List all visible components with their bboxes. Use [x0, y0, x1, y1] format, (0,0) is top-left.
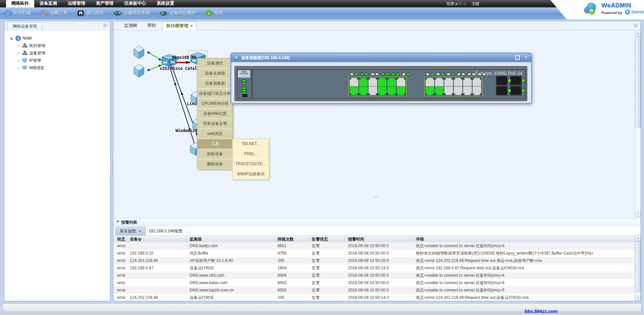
column-header-状态[interactable]: 状态: [114, 236, 127, 242]
scroll-up-arrow[interactable]: ▲: [635, 235, 641, 241]
tab-拓扑图管理[interactable]: 拓扑图管理×: [162, 21, 196, 31]
rj45-port-up[interactable]: [387, 78, 396, 86]
table-row[interactable]: error124.202.219.46AP连接用户数:10.1.6.40200告…: [114, 257, 635, 264]
scrollbar-thumb[interactable]: [635, 36, 641, 128]
toolbar-button-help[interactable]: i帮助: [206, 10, 223, 16]
rj45-port-down[interactable]: [454, 87, 462, 95]
sidebar-item-nnm[interactable]: SNNM: [8, 35, 45, 42]
submenu-item-SNMP连接测试[interactable]: SNMP连接测试: [233, 169, 269, 179]
context-menu-item-设备MIB信息[interactable]: 设备MIB信息: [197, 109, 233, 119]
tab-监测树[interactable]: 监测树: [120, 21, 141, 30]
expander-icon[interactable]: [17, 59, 20, 62]
toolbar-button-globe[interactable]: 拓扑扫描: [5, 10, 31, 16]
column-header-详细[interactable]: 详细: [412, 236, 640, 242]
table-row[interactable]: errorDNS:baidu.com8501告警2016-09-08 10:50…: [114, 242, 635, 250]
context-menu-item-设备连接图[interactable]: 设备连接图: [197, 69, 233, 79]
close-tab-icon[interactable]: ✕: [139, 229, 141, 233]
context-menu-item-设备面板图[interactable]: 设备面板图: [197, 79, 233, 89]
toolbar-button-port[interactable]: 接口排名: [78, 10, 104, 16]
rj45-port-down[interactable]: [435, 78, 444, 86]
rj45-port-down[interactable]: [463, 78, 472, 86]
scrollbar-thumb[interactable]: [635, 241, 641, 292]
node-server-2[interactable]: [131, 63, 147, 79]
alarm-tab-2[interactable]: 192.168.0.248报警: [145, 227, 187, 235]
rj45-port-up[interactable]: [378, 87, 387, 95]
rj45-port-up[interactable]: [359, 87, 368, 95]
rj45-port-up[interactable]: [378, 78, 387, 86]
rj45-port-down[interactable]: [426, 78, 434, 86]
sidebar-item-topology[interactable]: 拓扑管理: [8, 42, 45, 49]
table-row[interactable]: errorDNS:www.163.com8504告警2016-09-08 10:…: [114, 272, 635, 279]
tab-帮助[interactable]: 帮助: [143, 21, 160, 30]
menu-tab-1[interactable]: 网络拓扑: [6, 0, 34, 7]
scroll-down-arrow[interactable]: ▼: [635, 295, 641, 301]
expander-icon[interactable]: [10, 37, 14, 40]
left-panel-tab[interactable]: 网络设备管理: [7, 22, 43, 31]
column-header-监测器[interactable]: 监测器: [186, 236, 274, 242]
map-scrollbar[interactable]: ▲ ▼: [635, 30, 640, 217]
context-menu-item-删除设备[interactable]: 删除设备: [197, 159, 233, 169]
rj45-port-down[interactable]: [368, 87, 377, 95]
context-menu-item-设备端口状态分析[interactable]: 设备端口状态分析: [197, 89, 233, 99]
menu-tab-3[interactable]: 运维管理: [62, 0, 91, 7]
alarm-scrollbar[interactable]: ▲ ▼: [635, 235, 640, 301]
context-menu-item-查看设备告警[interactable]: 查看设备告警: [197, 119, 233, 129]
rj45-port-down[interactable]: [473, 78, 481, 86]
node-server-1[interactable]: [131, 45, 147, 60]
rj45-port-down[interactable]: [350, 78, 358, 86]
expander-icon[interactable]: [17, 66, 20, 70]
alarm-header[interactable]: 报警列表: [114, 218, 640, 226]
context-menu-item-CPU/MEM分析[interactable]: CPU/MEM分析: [197, 99, 233, 109]
close-tab-icon[interactable]: ×: [190, 24, 193, 28]
menu-tab-6[interactable]: 系统设置: [151, 0, 180, 7]
rj45-port-up[interactable]: [359, 78, 368, 86]
rj45-port-down[interactable]: [444, 78, 453, 86]
submenu-item-TRACETOUTE[interactable]: TRACETOUTE...: [233, 159, 269, 169]
column-header-告警状态[interactable]: 告警状态: [308, 236, 345, 242]
expander-icon[interactable]: [17, 44, 20, 47]
rj45-port-up[interactable]: [426, 87, 434, 95]
scroll-up-arrow[interactable]: ▲: [635, 31, 641, 36]
rj45-port-up[interactable]: [435, 87, 444, 95]
sidebar-item-mib[interactable]: MIB浏览: [8, 64, 45, 72]
menu-tab-2[interactable]: 设备监测: [34, 0, 62, 7]
table-row[interactable]: error192.168.0.67设备运行时间1804告警2016-09-08 …: [114, 264, 635, 272]
gear-icon[interactable]: [633, 23, 638, 28]
alarm-tab-1[interactable]: 基本报警✕: [115, 227, 146, 235]
sidebar-item-ip[interactable]: IP管理: [8, 57, 45, 64]
rj45-port-down[interactable]: [473, 87, 481, 95]
panel-splitter[interactable]: [110, 158, 112, 173]
column-header-报警时间[interactable]: 报警时间: [345, 236, 412, 242]
collapse-triangle-icon[interactable]: [116, 221, 119, 223]
context-menu-item-设备属性[interactable]: 设备属性: [197, 58, 233, 69]
rj45-port-up[interactable]: [397, 87, 405, 95]
expander-icon[interactable]: [17, 52, 20, 55]
table-row[interactable]: error124.202.219.46设备运行时间200告警2016-09-08…: [114, 294, 635, 301]
rj45-port-up[interactable]: [350, 87, 358, 95]
gear-icon[interactable]: [103, 23, 107, 28]
splitter-dots[interactable]: •••: [373, 195, 379, 199]
rj45-port-down[interactable]: [368, 78, 377, 86]
context-menu-item-刷新设备[interactable]: 刷新设备: [197, 149, 233, 159]
column-header-设备ip[interactable]: 设备ip: [127, 236, 186, 242]
table-row[interactable]: errorDNS:www.topzhi.com.cn8503告警2016-09-…: [114, 286, 635, 294]
submenu-item-PING[interactable]: PING...: [233, 149, 269, 159]
dialog-titlebar[interactable]: S 设备面板图(192.168.0.248) ✕: [231, 53, 531, 62]
close-icon[interactable]: ✕: [524, 55, 527, 60]
toolbar-button-device-maintain[interactable]: 设备信息维护: [160, 10, 196, 16]
rj45-port-up[interactable]: [387, 87, 396, 95]
table-row[interactable]: error192.168.0.10SQLBuffer4758告警2016-09-…: [114, 250, 635, 257]
table-row[interactable]: errorDNS:www.baidu.com8503告警2016-09-08 1…: [114, 279, 635, 286]
rj45-port-down[interactable]: [444, 87, 453, 95]
toolbar-button-tools[interactable]: 诊断工具: [41, 10, 67, 16]
menu-tab-4[interactable]: 资产管理: [91, 0, 119, 7]
column-header-持续次数[interactable]: 持续次数: [274, 236, 308, 242]
toolbar-button-device-query[interactable]: 设备信息查询: [114, 10, 150, 16]
context-menu-item-工具[interactable]: 工具: [197, 139, 233, 149]
minimize-icon[interactable]: [515, 55, 520, 60]
rj45-port-down[interactable]: [463, 87, 472, 95]
scroll-down-arrow[interactable]: ▼: [635, 211, 641, 217]
menu-tab-5[interactable]: 仪表板中心: [119, 0, 151, 7]
sidebar-item-device[interactable]: 设备管理: [8, 49, 45, 57]
rj45-port-down[interactable]: [397, 78, 405, 86]
